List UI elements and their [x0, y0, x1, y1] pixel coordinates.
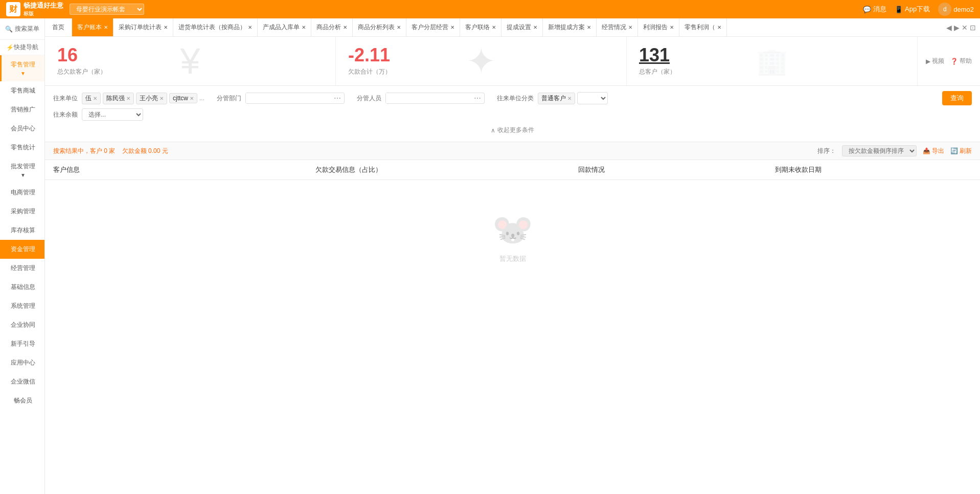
- message-icon: 💬: [863, 6, 871, 13]
- total-customer-value: 131: [639, 46, 670, 64]
- stats-bar-right: ▶ 视频 ❓ 帮助: [918, 37, 980, 85]
- sidebar-item-label: 应用中心: [11, 358, 35, 367]
- sidebar-item-system-mgmt[interactable]: 系统管理: [0, 297, 44, 316]
- sidebar-item-finance[interactable]: 资金管理: [0, 240, 44, 259]
- tab-new-commission[interactable]: 新增提成方案 ✕: [543, 18, 597, 36]
- sidebar-item-label: 经营管理: [11, 264, 35, 273]
- sidebar-item-retail-mall[interactable]: 零售商城: [0, 81, 44, 100]
- tag-close-icon[interactable]: ✕: [190, 96, 194, 101]
- quick-nav-btn[interactable]: ⚡ 快捷导航: [0, 40, 44, 55]
- sidebar-item-ecommerce[interactable]: 电商管理: [0, 183, 44, 202]
- tab-customer-contact[interactable]: 客户联络 ✕: [460, 18, 502, 36]
- sidebar-item-retail-mgmt[interactable]: 零售管理 ▼: [0, 55, 44, 81]
- unit-class-select[interactable]: [577, 92, 608, 104]
- tag-close-icon[interactable]: ✕: [93, 96, 97, 101]
- sidebar-item-label: 新手引导: [11, 340, 35, 348]
- debt-customer-value: 16: [57, 46, 78, 64]
- sidebar-item-label: 基础信息: [11, 283, 35, 291]
- tag-close-icon[interactable]: ✕: [567, 96, 572, 101]
- tab-commission-settings[interactable]: 提成设置 ✕: [502, 18, 543, 36]
- tab-close-icon[interactable]: ✕: [628, 25, 632, 30]
- sidebar-item-marketing[interactable]: 营销推广: [0, 100, 44, 119]
- tab-bar-controls: ◀ ▶ ✕ ⊡: [942, 24, 980, 32]
- sidebar-item-enterprise-wechat[interactable]: 企业微信: [0, 372, 44, 391]
- tab-purchase-order-stats[interactable]: 采购订单统计表 ✕: [113, 18, 173, 36]
- tab-prev-icon[interactable]: ◀: [946, 24, 952, 32]
- tab-product-analysis-list[interactable]: 商品分析列表 ✕: [353, 18, 406, 36]
- tab-close-icon[interactable]: ✕: [104, 25, 108, 30]
- search-menu-btn[interactable]: 🔍 搜索菜单: [4, 23, 40, 35]
- sidebar-item-wholesale-mgmt[interactable]: 批发管理 ▼: [0, 157, 44, 183]
- sidebar-item-operations[interactable]: 经营管理: [0, 259, 44, 278]
- tab-retail-profit[interactable]: 零售利润（ ✕: [679, 18, 727, 36]
- filter-tag-wu[interactable]: 伍 ✕: [82, 93, 101, 104]
- tab-close-icon[interactable]: ✕: [587, 25, 591, 30]
- collapse-filter-btn[interactable]: ∧ 收起更多条件: [487, 124, 538, 137]
- empty-label: 暂无数据: [499, 254, 526, 263]
- tab-next-icon[interactable]: ▶: [954, 24, 960, 32]
- export-btn[interactable]: 📤 导出: [923, 147, 944, 155]
- sidebar-item-label: 电商管理: [11, 188, 35, 197]
- sidebar-item-label: 畅会员: [14, 396, 32, 405]
- tab-close-icon[interactable]: ✕: [717, 25, 721, 30]
- filter-tag-normal-customer[interactable]: 普通客户 ✕: [538, 93, 575, 104]
- tab-customer-ledger[interactable]: 客户账本 ✕: [72, 18, 113, 36]
- tab-goods-inbound-stats[interactable]: 进货单统计表（按商品） ✕: [173, 18, 258, 36]
- sidebar-item-label: 企业协同: [11, 321, 35, 329]
- sort-select[interactable]: 按欠款金额倒序排序: [842, 145, 917, 156]
- help-btn[interactable]: ❓ 帮助: [950, 57, 972, 65]
- total-customer-label: 总客户（家）: [639, 68, 676, 76]
- tab-operation-status[interactable]: 经营情况 ✕: [597, 18, 638, 36]
- tab-home[interactable]: 首页: [45, 18, 72, 36]
- tab-close-icon[interactable]: ✕: [164, 25, 168, 30]
- chevron-down-icon: ▼: [20, 71, 26, 76]
- sidebar-item-purchase-mgmt[interactable]: 采购管理: [0, 202, 44, 221]
- filter-tag-chen[interactable]: 陈民强 ✕: [103, 93, 134, 104]
- stat-bg-icon-diamond: ✦: [466, 40, 496, 82]
- sidebar-item-retail-stats[interactable]: 零售统计: [0, 138, 44, 157]
- person-input[interactable]: [386, 93, 471, 103]
- tab-close-icon[interactable]: ✕: [450, 25, 454, 30]
- account-select[interactable]: 母婴行业演示帐套: [70, 4, 144, 15]
- tab-close-icon[interactable]: ✕: [397, 25, 401, 30]
- tab-customer-tier[interactable]: 客户分层经营 ✕: [406, 18, 460, 36]
- sidebar-item-label: 采购管理: [11, 207, 35, 216]
- person-filter-label: 分管人员: [357, 94, 381, 103]
- filter-more-tags[interactable]: ...: [199, 95, 204, 102]
- tab-close-icon[interactable]: ✕: [248, 25, 252, 30]
- sidebar-item-member-center[interactable]: 会员中心: [0, 119, 44, 138]
- tab-close-icon[interactable]: ✕: [302, 25, 306, 30]
- search-btn[interactable]: 查询: [942, 91, 972, 105]
- dept-input-more-icon[interactable]: ⋯: [331, 94, 344, 102]
- result-info: 搜索结果中，客户 0 家 欠款金额 0.00 元: [53, 147, 168, 155]
- tab-close-all-icon[interactable]: ✕: [962, 24, 968, 32]
- sidebar-item-enterprise-collab[interactable]: 企业协同: [0, 316, 44, 334]
- filter-tag-cjttcw[interactable]: cjttcw ✕: [169, 93, 197, 103]
- tab-maximize-icon[interactable]: ⊡: [970, 24, 976, 32]
- balance-select[interactable]: 选择...: [82, 108, 143, 121]
- user-avatar[interactable]: d demo2: [938, 3, 974, 16]
- sidebar-item-vip[interactable]: 畅会员: [0, 391, 44, 410]
- sidebar-item-label: 资金管理: [11, 245, 35, 254]
- sidebar-item-inventory[interactable]: 库存核算: [0, 221, 44, 240]
- video-btn[interactable]: ▶ 视频: [926, 57, 944, 65]
- sidebar-item-app-center[interactable]: 应用中心: [0, 353, 44, 372]
- tab-close-icon[interactable]: ✕: [670, 25, 674, 30]
- refresh-btn[interactable]: 🔄 刷新: [950, 147, 972, 155]
- dept-input[interactable]: [246, 93, 331, 103]
- tag-close-icon[interactable]: ✕: [159, 96, 164, 101]
- tab-product-analysis[interactable]: 商品分析 ✕: [311, 18, 353, 36]
- sidebar-item-beginner-guide[interactable]: 新手引导: [0, 334, 44, 353]
- stat-debt-total: ✦ -2.11 欠款合计（万）: [336, 37, 627, 85]
- tab-profit-report[interactable]: 利润报告 ✕: [638, 18, 679, 36]
- tab-close-icon[interactable]: ✕: [492, 25, 496, 30]
- person-input-more-icon[interactable]: ⋯: [471, 94, 484, 102]
- tab-close-icon[interactable]: ✕: [343, 25, 347, 30]
- filter-tag-wang[interactable]: 王小亮 ✕: [136, 93, 167, 104]
- tag-close-icon[interactable]: ✕: [126, 96, 130, 101]
- sidebar-item-basic-info[interactable]: 基础信息: [0, 278, 44, 297]
- tab-close-icon[interactable]: ✕: [533, 25, 537, 30]
- message-btn[interactable]: 💬 消息: [863, 5, 886, 14]
- app-download-btn[interactable]: 📱 App下载: [895, 5, 930, 14]
- tab-product-inbound[interactable]: 产成品入库单 ✕: [258, 18, 311, 36]
